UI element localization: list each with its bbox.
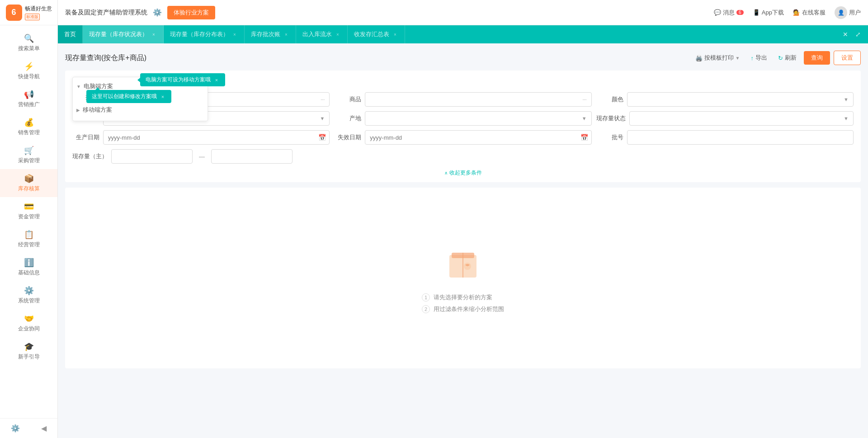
sidebar-item-inventory[interactable]: 📦 库存核算 xyxy=(0,169,57,197)
filter-field-stock-status: 现存量状态 ▼ xyxy=(596,111,854,126)
tab-collect-send-close[interactable]: × xyxy=(392,31,398,38)
online-service-label: 在线客服 xyxy=(802,9,826,17)
origin-dropdown[interactable]: ▼ xyxy=(365,111,591,126)
color-dropdown-arrow: ▼ xyxy=(844,97,849,102)
sidebar-item-quick-nav[interactable]: ⚡ 快捷导航 xyxy=(0,57,57,85)
produce-date-start[interactable] xyxy=(103,130,330,145)
sidebar-label-quick-nav: 快捷导航 xyxy=(18,73,40,80)
filter-field-batch: 批号 xyxy=(596,130,854,145)
filter-field-color: 颜色 ▼ xyxy=(596,92,854,107)
sidebar-label-system: 系统管理 xyxy=(18,297,40,305)
tab-in-out-flow-close[interactable]: × xyxy=(335,31,341,38)
tab-home-label: 首页 xyxy=(64,30,76,38)
tab-inventory-dist[interactable]: 现存量（库存分布表） × xyxy=(164,25,245,43)
sidebar-item-sales[interactable]: 💰 销售管理 xyxy=(0,113,57,141)
sidebar-item-basic-info[interactable]: ℹ️ 基础信息 xyxy=(0,253,57,281)
close-all-tabs-icon[interactable]: ✕ xyxy=(841,29,850,40)
sidebar-label-purchase: 采购管理 xyxy=(18,157,40,165)
tooltip-pc-close[interactable]: × xyxy=(213,77,220,83)
header-right: 💬 消息 6 📱 App下载 💁 在线客服 👤 用户 xyxy=(714,6,861,19)
filter-panel: 按以下方案查询 + ↻ ← 电脑方案可设为移动方案哦 × ▼ xyxy=(65,71,861,182)
collapse-sidebar-icon[interactable]: ◀ xyxy=(41,424,47,433)
scheme-group-mobile: ▶ 移动端方案 xyxy=(76,104,204,115)
collapse-button[interactable]: ∧ 收起更多条件 xyxy=(441,167,486,179)
filter-row-4: 现存量（主） — xyxy=(72,149,854,164)
stock-qty-min-input[interactable] xyxy=(111,149,193,164)
stock-status-dropdown-arrow: ▼ xyxy=(844,116,849,121)
expire-date-wrap: 📅 xyxy=(365,130,591,145)
system-icon: ⚙️ xyxy=(24,286,34,296)
sidebar-item-system[interactable]: ⚙️ 系统管理 xyxy=(0,281,57,309)
page-actions: 🖨️ 按模板打印 ▼ ↑ 导出 ↻ 刷新 查询 设置 xyxy=(692,51,861,65)
warehouse-dropdown-arrow: ··· xyxy=(321,97,325,102)
header: 装备及固定资产辅助管理系统 ⚙️ 体验行业方案 💬 消息 6 📱 App下载 💁… xyxy=(58,0,868,25)
stock-status-dropdown[interactable]: ▼ xyxy=(629,111,854,126)
empty-step-2: 2 用过滤条件来缩小分析范围 xyxy=(422,305,504,313)
stock-status-label: 现存量状态 xyxy=(596,114,626,122)
tab-inventory-dist-close[interactable]: × xyxy=(231,31,238,38)
header-settings-icon[interactable]: ⚙️ xyxy=(153,8,162,17)
print-icon: 🖨️ xyxy=(695,55,703,61)
user-avatar: 👤 xyxy=(835,6,847,19)
sidebar-item-operations[interactable]: 📋 经营管理 xyxy=(0,225,57,253)
sidebar-label-operations: 经营管理 xyxy=(18,241,40,249)
print-dropdown-icon: ▼ xyxy=(736,56,740,61)
settings-bottom-icon[interactable]: ⚙️ xyxy=(11,424,20,433)
sidebar-label-inventory: 库存核算 xyxy=(18,185,40,193)
sidebar-label-basic-info: 基础信息 xyxy=(18,269,40,277)
filter-field-expire-date: 失效日期 📅 xyxy=(334,130,591,145)
tab-home[interactable]: 首页 xyxy=(58,25,83,43)
online-service-item[interactable]: 💁 在线客服 xyxy=(793,9,826,17)
product-dropdown[interactable]: ··· xyxy=(365,92,591,107)
sidebar-item-finance[interactable]: 💳 资金管理 xyxy=(0,197,57,225)
stock-qty-range-sep: — xyxy=(199,153,205,160)
expire-date-start[interactable] xyxy=(365,130,591,145)
tab-inventory-dist-label: 现存量（库存分布表） xyxy=(170,30,229,38)
app-download-label: App下载 xyxy=(762,9,784,17)
tab-batch-account-close[interactable]: × xyxy=(283,31,289,38)
produce-date-wrap: 📅 xyxy=(103,130,330,145)
tab-batch-account[interactable]: 库存批次账 × xyxy=(245,25,296,43)
sidebar-item-marketing[interactable]: 📢 营销推广 xyxy=(0,85,57,113)
search-menu-icon: 🔍 xyxy=(24,33,34,43)
tab-inventory-status-close[interactable]: × xyxy=(151,31,157,38)
export-button[interactable]: ↑ 导出 xyxy=(747,52,771,64)
tab-inventory-status[interactable]: 现存量（库存状况表） × xyxy=(83,25,164,43)
tab-collect-send[interactable]: 收发存汇总表 × xyxy=(348,25,405,43)
stock-qty-label: 现存量（主） xyxy=(72,152,108,160)
query-button[interactable]: 查询 xyxy=(804,51,830,65)
set-button[interactable]: 设置 xyxy=(834,51,861,65)
sidebar-item-search-menu[interactable]: 🔍 搜索菜单 xyxy=(0,29,57,57)
tooltip-edit: 这里可以创建和修改方案哦 × xyxy=(86,90,171,103)
app-download-item[interactable]: 📱 App下载 xyxy=(753,9,784,17)
scheme-group-mobile-header[interactable]: ▶ 移动端方案 xyxy=(76,104,204,115)
main-content: 现存量查询(按仓库+商品) 🖨️ 按模板打印 ▼ ↑ 导出 ↻ 刷新 查询 设置 xyxy=(58,43,868,438)
export-label: 导出 xyxy=(755,54,767,62)
tab-batch-account-label: 库存批次账 xyxy=(251,30,280,38)
refresh-label: 刷新 xyxy=(785,54,797,62)
filter-row-3: 生产日期 📅 失效日期 📅 批号 xyxy=(72,130,854,145)
expire-date-label: 失效日期 xyxy=(334,133,361,141)
print-button[interactable]: 🖨️ 按模板打印 ▼ xyxy=(692,52,744,64)
color-dropdown[interactable]: ▼ xyxy=(627,92,854,107)
tooltip-edit-close[interactable]: × xyxy=(160,94,166,100)
sidebar-item-guide[interactable]: 🎓 新手引导 xyxy=(0,337,57,365)
color-label: 颜色 xyxy=(596,95,623,104)
user-item[interactable]: 👤 用户 xyxy=(835,6,861,19)
collapse-arrow-icon: ∧ xyxy=(444,170,448,175)
batch-input[interactable] xyxy=(627,130,854,145)
stock-qty-max-input[interactable] xyxy=(211,149,292,164)
empty-illustration xyxy=(440,239,486,284)
operations-icon: 📋 xyxy=(24,230,34,240)
message-item[interactable]: 💬 消息 6 xyxy=(714,9,744,17)
refresh-button[interactable]: ↻ 刷新 xyxy=(774,52,800,64)
tab-in-out-flow[interactable]: 出入库流水 × xyxy=(296,25,348,43)
expand-tabbar-icon[interactable]: ⤢ xyxy=(854,29,863,40)
step-2-num: 2 xyxy=(422,305,430,313)
sidebar-item-purchase[interactable]: 🛒 采购管理 xyxy=(0,141,57,169)
tab-inventory-status-label: 现存量（库存状况表） xyxy=(89,30,148,38)
trial-button[interactable]: 体验行业方案 xyxy=(167,6,215,19)
filter-field-produce-date: 生产日期 📅 xyxy=(72,130,330,145)
sidebar-item-enterprise[interactable]: 🤝 企业协同 xyxy=(0,309,57,337)
logo-area: 6 畅通好生意 标准版 xyxy=(0,0,57,25)
